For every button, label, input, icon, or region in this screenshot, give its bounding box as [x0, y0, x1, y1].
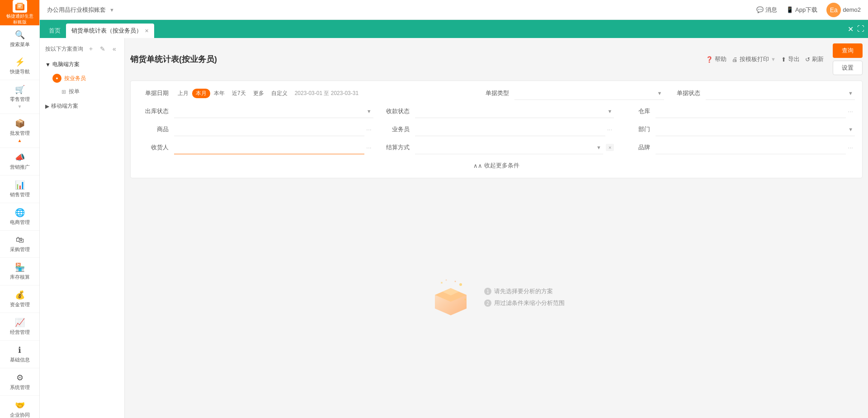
salesperson-more-btn[interactable]: ··· [605, 126, 614, 133]
tab-home[interactable]: 首页 [43, 24, 66, 38]
add-scheme-btn[interactable]: ＋ [86, 44, 95, 53]
page-title: 销货单统计表(按业务员) [130, 54, 217, 65]
sidebar-item-operations[interactable]: 📈 经营管理 [0, 313, 39, 341]
brand-input[interactable] [656, 141, 846, 154]
svg-point-10 [455, 281, 456, 282]
salesperson-control: ··· [415, 123, 614, 136]
sidebar-item-enterprise[interactable]: 🤝 企业协同 [0, 396, 39, 418]
filter-row-2: 出库状态 ▼ 收款状态 ▼ 仓库 [138, 104, 855, 118]
collapse-panel-btn[interactable]: « [110, 44, 119, 53]
date-btn-last-month[interactable]: 上月 [174, 89, 192, 98]
doc-status-label: 单据状态 [670, 89, 700, 97]
wholesale-icon: 📦 [15, 119, 25, 128]
sidebar-item-retail-mgmt[interactable]: 🛒 零售管理 ▼ [0, 80, 39, 114]
tab-fullscreen-icon[interactable]: ⛶ [857, 25, 864, 33]
breadcrumb-dropdown-icon[interactable]: ▼ [109, 7, 114, 13]
doc-type-control: ▼ [514, 86, 664, 100]
filter-row-3: 商品 ··· 业务员 ··· 部门 ▼ [138, 123, 855, 136]
receipt-status-input[interactable] [415, 104, 614, 118]
svg-point-7 [459, 283, 462, 286]
out-status-select-wrapper: ▼ [174, 104, 373, 118]
settlement-tag-remove-btn[interactable]: × [609, 145, 611, 150]
date-btn-more[interactable]: 更多 [250, 89, 268, 98]
sidebar-item-sales-mgmt[interactable]: 📊 销售管理 [0, 176, 39, 203]
date-btn-custom[interactable]: 自定义 [268, 89, 291, 98]
pc-scheme-header[interactable]: ▼ 电脑端方案 [40, 58, 124, 71]
sub-item-icon: ⊞ [61, 89, 66, 95]
brand-more-btn[interactable]: ··· [846, 144, 855, 151]
collapse-btn[interactable]: ∧∧ 收起更多条件 [138, 159, 855, 172]
doc-status-input[interactable] [706, 86, 855, 100]
message-btn[interactable]: 💬 消息 [756, 6, 777, 14]
sidebar-item-basic-info[interactable]: ℹ 基础信息 [0, 341, 39, 368]
tab-close-btn[interactable]: ✕ [145, 28, 149, 33]
scheme-by-salesperson[interactable]: ● 按业务员 [40, 71, 124, 86]
doc-status-control: ▼ [706, 86, 855, 100]
date-btn-this-year[interactable]: 本年 [210, 89, 228, 98]
app-subtitle: 标账版 [13, 19, 27, 25]
sidebar-item-quick-nav[interactable]: ⚡ 快捷导航 [0, 52, 39, 80]
filter-row-4: 收货人 ··· 结算方式 ▼ × [138, 141, 855, 154]
doc-type-input[interactable] [514, 86, 664, 100]
app-download-btn[interactable]: 📱 App下载 [786, 6, 817, 14]
sidebar-item-sys-mgmt[interactable]: ⚙ 系统管理 [0, 368, 39, 396]
settlement-control: ▼ × [415, 141, 614, 154]
tab-report[interactable]: 销货单统计表（按业务员） ✕ [66, 24, 154, 38]
mobile-scheme-header[interactable]: ▶ 移动端方案 [40, 100, 124, 113]
settings-btn[interactable]: 设置 [833, 61, 863, 75]
operations-icon: 📈 [15, 318, 25, 328]
out-status-control: ▼ [174, 104, 373, 118]
salesperson-input[interactable] [415, 123, 605, 136]
app-logo: 畅捷通好生意 标账版 [0, 0, 40, 25]
content-area: 按以下方案查询 ＋ ✎ « ▼ 电脑端方案 ● 按业务员 [40, 38, 868, 418]
empty-text: 1 请先选择要分析的方案 2 用过滤条件来缩小分析范围 [484, 287, 565, 307]
sidebar-item-marketing[interactable]: 📣 营销推广 [0, 148, 39, 176]
filter-row-1: 单据日期 上月 本月 本年 近7天 更多 自定义 2023-03-01 至 20… [138, 86, 855, 100]
app-name: 畅捷通好生意 [6, 14, 33, 19]
sidebar-item-purchase-mgmt[interactable]: 🛍 采购管理 [0, 231, 39, 258]
export-btn[interactable]: ⬆ 导出 [781, 55, 800, 63]
scheme-by-order[interactable]: ⊞ 按单 [40, 86, 124, 98]
sidebar-item-ecom-mgmt[interactable]: 🌐 电商管理 [0, 203, 39, 231]
query-btn[interactable]: 查询 [833, 43, 863, 58]
warehouse-more-btn[interactable]: ··· [846, 108, 855, 115]
date-label: 单据日期 [138, 89, 169, 97]
receiver-more-btn[interactable]: ··· [364, 144, 373, 151]
ecom-icon: 🌐 [15, 208, 25, 218]
date-btn-7days[interactable]: 近7天 [228, 89, 250, 98]
tab-expand-area: ✕ ⛶ [848, 25, 864, 33]
sidebar-item-wholesale-mgmt[interactable]: 📦 批发管理 ▲ [0, 114, 39, 148]
template-print-btn[interactable]: 🖨 按模板打印 ▼ [732, 55, 776, 63]
out-status-input[interactable] [174, 104, 373, 118]
receiver-input[interactable] [174, 141, 364, 154]
sidebar-item-finance[interactable]: 💰 资金管理 [0, 285, 39, 313]
user-avatar-btn[interactable]: Ea demo2 [826, 3, 861, 17]
edit-scheme-btn[interactable]: ✎ [98, 44, 107, 53]
pc-scheme-label: 电脑端方案 [52, 61, 80, 68]
purchase-icon: 🛍 [16, 235, 24, 245]
header-actions: 💬 消息 📱 App下载 Ea demo2 [756, 3, 861, 17]
print-dropdown-icon: ▼ [771, 57, 776, 62]
receiver-control: ··· [174, 141, 373, 154]
product-input[interactable] [174, 123, 364, 136]
date-filter: 上月 本月 本年 近7天 更多 自定义 2023-03-01 至 2023-03… [174, 89, 359, 98]
warehouse-control: ··· [656, 104, 855, 118]
product-control: ··· [174, 123, 373, 136]
sidebar-item-inventory[interactable]: 🏪 库存核算 [0, 258, 39, 285]
help-btn[interactable]: ❓ 帮助 [706, 55, 726, 63]
refresh-btn[interactable]: ↺ 刷新 [805, 55, 824, 63]
warehouse-input[interactable] [656, 104, 846, 118]
receipt-status-label: 收款状态 [379, 107, 410, 115]
date-btn-this-month[interactable]: 本月 [192, 89, 210, 98]
settlement-input[interactable] [415, 141, 603, 154]
tab-close-window-icon[interactable]: ✕ [848, 25, 854, 33]
dept-select-wrapper: ▼ [656, 123, 855, 136]
main-area: 办公用品行业模拟账套 ▼ 💬 消息 📱 App下载 Ea demo2 首页 [40, 0, 868, 418]
dept-label: 部门 [619, 125, 650, 133]
search-icon: 🔍 [15, 30, 25, 40]
collapse-up-icon: ∧∧ [473, 162, 482, 169]
dept-input[interactable] [656, 123, 855, 136]
sidebar-item-search-menu[interactable]: 🔍 搜索菜单 [0, 25, 39, 52]
product-more-btn[interactable]: ··· [364, 126, 373, 133]
inventory-icon: 🏪 [15, 262, 25, 272]
